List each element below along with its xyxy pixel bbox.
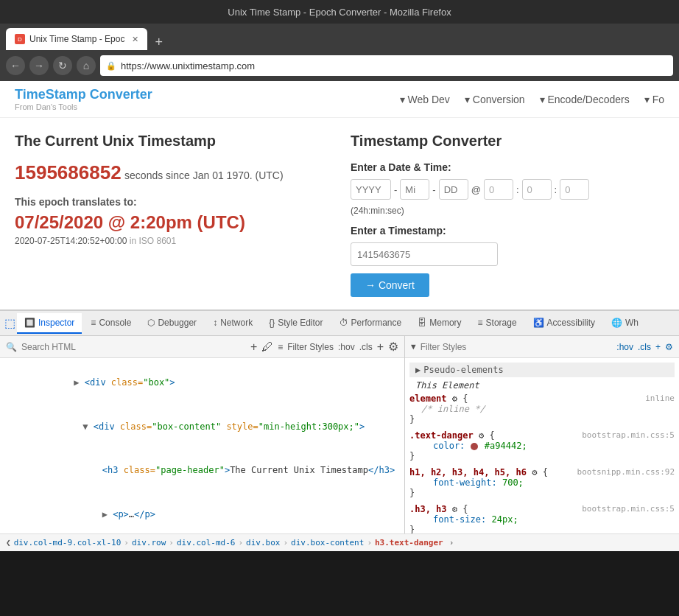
convert-button[interactable]: → Convert (351, 273, 429, 297)
css-rule-body: /* inline */ (421, 404, 675, 414)
day-input[interactable] (439, 179, 468, 200)
html-search-input[interactable] (21, 342, 246, 352)
home-button[interactable]: ⌂ (77, 56, 96, 75)
whatsnew-icon: 🌐 (611, 318, 622, 328)
whatsnew-label: Wh (625, 318, 638, 328)
time-format-note: (24h:min:sec) (351, 206, 664, 216)
nav-web-dev[interactable]: ▾ Web Dev (400, 94, 450, 105)
tab-console[interactable]: ≡ Console (83, 313, 138, 334)
lock-icon: 🔒 (106, 61, 116, 71)
site-nav: TimeStamp Converter From Dan's Tools ▾ W… (0, 81, 679, 118)
tab-whatsnew[interactable]: 🌐 Wh (604, 313, 646, 334)
this-element-label: This Element (409, 377, 675, 393)
add-node-btn[interactable]: + (250, 340, 257, 354)
css-settings-btn[interactable]: ⚙ (665, 342, 673, 352)
performance-icon: ⏱ (340, 318, 348, 328)
console-label: Console (99, 318, 131, 328)
epoch-date: 07/25/2020 @ 2:20pm (UTC) (15, 212, 328, 233)
date-time-label: Enter a Date & Time: (351, 161, 664, 173)
timestamp-desc: seconds since Jan 01 1970. (UTC) (124, 169, 284, 181)
at-symbol: @ (471, 184, 481, 195)
nav-conversion[interactable]: ▾ Conversion (465, 94, 525, 105)
bc-item-5[interactable]: div.box-content (291, 538, 364, 547)
timestamp-input[interactable] (351, 242, 498, 266)
second-input[interactable] (560, 179, 589, 200)
forward-button[interactable]: → (29, 56, 49, 75)
bc-item-2[interactable]: div.row (132, 538, 166, 547)
add-rule-btn[interactable]: + (655, 342, 661, 352)
pick-element-btn[interactable]: 🖊 (261, 340, 273, 354)
performance-label: Performance (351, 318, 402, 328)
year-input[interactable] (351, 179, 391, 200)
css-rule-header: element ⚙ { inline (409, 393, 675, 404)
nav-more[interactable]: ▾ Fo (644, 94, 664, 105)
site-logo[interactable]: TimeStamp Converter (15, 87, 152, 102)
window-title: Unix Time Stamp - Epoch Converter - Mozi… (228, 7, 451, 18)
nav-encode[interactable]: ▾ Encode/Decoders (540, 94, 630, 105)
tab-network[interactable]: ↕ Network (205, 313, 260, 334)
refresh-button[interactable]: ↻ (53, 56, 72, 75)
tab-style-editor[interactable]: {} Style Editor (261, 313, 330, 334)
cls-btn[interactable]: .cls (359, 342, 373, 352)
chevron-right-icon: ▶ (415, 365, 421, 375)
timestamp-row: 1595686852 seconds since Jan 01 1970. (U… (15, 161, 328, 184)
html-panel: 🔍 + 🖊 ≡ Filter Styles :hov .cls + ⚙ ▶ <d… (0, 336, 405, 533)
browser-tab[interactable]: D Unix Time Stamp - Epoc ✕ (6, 28, 147, 50)
inspector-icon: 🔲 (24, 318, 35, 328)
network-label: Network (220, 318, 253, 328)
tab-storage[interactable]: ≡ Storage (471, 313, 524, 334)
iso-label: in ISO 8601 (130, 236, 176, 246)
ts-label: Enter a Timestamp: (351, 225, 664, 237)
hov-btn[interactable]: :hov (338, 342, 355, 352)
plus-btn[interactable]: + (377, 340, 384, 354)
tab-performance[interactable]: ⏱ Performance (332, 313, 409, 334)
html-line: <h3 class="page-header">The Current Unix… (6, 449, 398, 493)
bc-item-3[interactable]: div.col-md-6 (177, 538, 235, 547)
accessibility-label: Accessibility (547, 318, 595, 328)
devtools-body: 🔍 + 🖊 ≡ Filter Styles :hov .cls + ⚙ ▶ <d… (0, 336, 679, 533)
timestamp-value: 1595686852 (15, 161, 122, 183)
css-panel: ▼ :hov .cls + ⚙ ▶ Pseudo-elements This E… (405, 336, 679, 533)
bc-nav-left[interactable]: ❮ (6, 538, 11, 547)
tab-close-btn[interactable]: ✕ (132, 35, 138, 44)
month-input[interactable] (400, 179, 429, 200)
network-icon: ↕ (213, 318, 217, 328)
right-section-title: Timestamp Converter (351, 133, 664, 150)
hour-input[interactable] (484, 179, 513, 200)
bc-item-active[interactable]: h3.text-danger (375, 538, 443, 547)
bc-item-1[interactable]: div.col-md-9.col-xl-10 (14, 538, 122, 547)
tab-inspector[interactable]: 🔲 Inspector (17, 313, 82, 334)
css-rule-headings: h1, h2, h3, h4, h5, h6 ⚙ { bootsnipp.min… (409, 467, 675, 498)
cls-css-btn[interactable]: .cls (638, 342, 651, 352)
back-button[interactable]: ← (6, 56, 25, 75)
color-swatch[interactable] (471, 443, 478, 450)
new-tab-button[interactable]: + (150, 35, 167, 50)
bc-nav-right[interactable]: › (449, 538, 454, 547)
tab-bar: D Unix Time Stamp - Epoc ✕ + (0, 24, 679, 50)
hov-css-btn[interactable]: :hov (616, 342, 633, 352)
style-editor-icon: {} (269, 318, 275, 328)
tab-debugger[interactable]: ⬡ Debugger (140, 313, 204, 334)
title-bar: Unix Time Stamp - Epoch Converter - Mozi… (0, 0, 679, 24)
devtools-cursor-icon[interactable]: ⬚ (4, 316, 15, 330)
memory-icon: 🗄 (418, 318, 426, 328)
css-filter-input[interactable] (421, 342, 613, 352)
storage-label: Storage (486, 318, 517, 328)
filter-icon: ▼ (411, 342, 416, 351)
address-bar[interactable]: 🔒 https://www.unixtimestamp.com (100, 55, 673, 76)
settings-btn[interactable]: ⚙ (388, 340, 398, 354)
css-rule-header: .text-danger ⚙ { bootstrap.min.css:5 (409, 430, 675, 441)
breadcrumb: ❮ div.col-md-9.col-xl-10 › div.row › div… (0, 533, 679, 551)
left-section-title: The Current Unix Timestamp (15, 133, 328, 150)
site-logo-sub: From Dan's Tools (15, 102, 152, 111)
storage-icon: ≡ (478, 318, 483, 328)
pseudo-elements-section[interactable]: ▶ Pseudo-elements (409, 363, 675, 377)
bc-item-4[interactable]: div.box (246, 538, 280, 547)
inspector-label: Inspector (38, 318, 74, 328)
html-code-view: ▶ <div class="box"> ▼ <div class="box-co… (0, 358, 404, 533)
html-line: ▼ <div class="box-content" style="min-he… (6, 405, 398, 449)
filter-styles-label: Filter Styles (287, 342, 334, 352)
tab-accessibility[interactable]: ♿ Accessibility (526, 313, 602, 334)
minute-input[interactable] (522, 179, 552, 200)
tab-memory[interactable]: 🗄 Memory (410, 313, 468, 334)
